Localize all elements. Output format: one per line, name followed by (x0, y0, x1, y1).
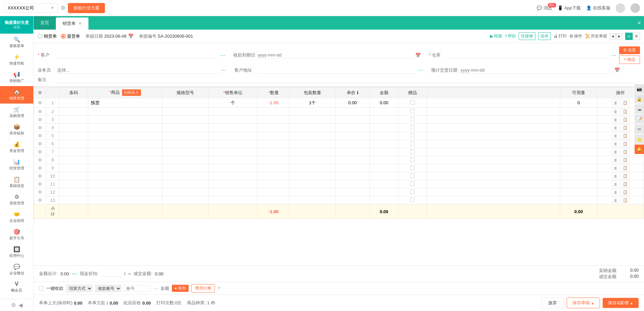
payment-checkbox[interactable] (39, 286, 43, 290)
row-delete-btn[interactable]: 🗑 (612, 173, 619, 179)
warehouse-dots[interactable]: ··· (611, 52, 616, 59)
avatar-arrow[interactable] (631, 3, 640, 13)
row-delete-btn[interactable]: 🗑 (612, 124, 619, 131)
company-selector[interactable]: XXXXXX公司 ▼ (4, 3, 58, 13)
row-copy-btn[interactable]: 📋 (621, 141, 630, 147)
row-delete-btn[interactable]: 🗑 (612, 197, 619, 203)
customer-address-input[interactable] (258, 67, 417, 74)
row-delete-btn[interactable]: 🗑 (612, 108, 619, 115)
rf-lock-btn[interactable]: 🔒 (635, 94, 644, 104)
help-link[interactable]: ? 帮助 (505, 33, 516, 39)
video-link[interactable]: ▶ 视频 (490, 33, 502, 39)
row-gear[interactable]: ⚙ (34, 180, 46, 188)
row-gear[interactable]: ⚙ (34, 132, 46, 140)
radio-sales-order[interactable]: 销货单 (38, 33, 57, 39)
row-gear[interactable]: ⚙ (34, 140, 46, 148)
row1-quantity[interactable]: -1.00 (258, 98, 290, 108)
help-icon[interactable]: ℹ (124, 271, 126, 276)
date-value[interactable]: 2023-06-06 (104, 34, 127, 39)
row-delete-btn[interactable]: 🗑 (612, 165, 619, 171)
row-gear[interactable]: ⚙ (34, 172, 46, 180)
save-new-button[interactable]: 保存&新增 ▲ (603, 298, 639, 308)
row-delete-btn[interactable]: 🗑 (612, 157, 619, 163)
row-copy-btn[interactable]: 📋 (621, 173, 630, 179)
settings-gear-icon[interactable]: ⚙ (61, 5, 65, 11)
row-delete-btn[interactable]: 🗑 (612, 116, 619, 123)
scan-button[interactable]: 扫码录入 (122, 89, 141, 96)
messages-button[interactable]: 💬 消息 99+ (537, 5, 552, 11)
select-link[interactable]: 选单 (538, 32, 551, 40)
avatar[interactable] (616, 3, 625, 13)
sidebar-item-app-center[interactable]: 🔲 应用中心 (0, 243, 33, 261)
row-copy-btn[interactable]: 📋 (621, 181, 630, 187)
warehouse-input[interactable]: 建材仓 (447, 52, 610, 59)
receipt-date-cal-icon[interactable]: 📅 (415, 53, 421, 58)
view-grid-btn[interactable]: ⊞ (633, 33, 640, 40)
account-select[interactable]: 收款账号 (95, 285, 121, 292)
add-button[interactable]: ● 添加 (172, 285, 189, 292)
view-list-btn[interactable]: ≡ (625, 33, 633, 40)
row-gear[interactable]: ⚙ (34, 156, 46, 164)
main-close-icon[interactable]: ✕ (637, 20, 641, 26)
row1-unit[interactable]: 个 (208, 98, 258, 108)
th-gear[interactable]: ⚙ (34, 87, 46, 98)
row-copy-btn[interactable]: 📋 (621, 108, 630, 115)
history-link[interactable]: 📜 历史单据 (585, 33, 607, 39)
sidebar-item-member[interactable]: V 畅会员 (0, 278, 33, 296)
sidebar-item-operations[interactable]: 📊 经营管理 (0, 156, 33, 173)
rf-notification-btn[interactable]: 🔔 (635, 145, 644, 154)
abandon-button[interactable]: 放弃 (541, 298, 564, 308)
online-service-button[interactable]: 👤 在线客服 (586, 5, 610, 11)
next-arrow[interactable]: ▶ (616, 33, 622, 39)
calendar-icon[interactable]: 📅 (128, 34, 134, 39)
address-dots[interactable]: ··· (418, 67, 423, 74)
print-link[interactable]: 🖨 打印 (554, 33, 567, 39)
row-copy-btn[interactable]: 📋 (621, 165, 630, 171)
row-copy-btn[interactable]: 📋 (621, 157, 630, 163)
customer-dots[interactable]: ··· (220, 52, 225, 59)
app-download-button[interactable]: 📱 App下载 (558, 5, 581, 11)
row-gear[interactable]: ⚙ (34, 124, 46, 132)
sidebar-item-quick-nav[interactable]: ⚡ 快捷导航 (0, 51, 33, 69)
expected-delivery-input[interactable] (459, 67, 613, 74)
rf-camera-btn[interactable]: 📷 (635, 84, 644, 93)
sidebar-item-marketing[interactable]: 📢 营销推广 (0, 69, 33, 86)
row1-barcode[interactable] (60, 98, 88, 108)
sidebar-item-wechat[interactable]: 💬 企业微信 (0, 261, 33, 278)
row-delete-btn[interactable]: 🗑 (612, 181, 619, 187)
row-delete-btn[interactable]: 🗑 (612, 189, 619, 195)
rf-star-btn[interactable]: ⭐ (635, 134, 644, 144)
row1-unit-price[interactable]: 0.00 (335, 98, 370, 108)
rf-note-btn[interactable]: 📝 (635, 114, 644, 124)
fee-split-button[interactable]: 费用分摊 (191, 284, 215, 293)
tab-close-icon[interactable]: ✕ (78, 21, 82, 26)
row-gear[interactable]: ⚙ (34, 196, 46, 204)
shortcut-link[interactable]: 快捷键 (519, 32, 535, 40)
logistics-btn[interactable]: + 物流 (619, 55, 640, 64)
row-copy-btn[interactable]: 📋 (621, 116, 630, 123)
save-draft-button[interactable]: 保存草稿 ▲ (567, 298, 600, 308)
row-copy-btn[interactable]: 📋 (621, 149, 630, 155)
row1-gear[interactable]: ⚙ (34, 98, 46, 108)
delivery-cal-icon[interactable]: 📅 (614, 68, 620, 73)
help-total-due[interactable]: ℹ (107, 301, 108, 306)
row1-product[interactable]: 拣货 (88, 98, 162, 108)
operation-link[interactable]: ⚙ 操作 (569, 33, 582, 39)
sidebar-item-finance[interactable]: 💰 资金管理 (0, 139, 33, 156)
customer-input[interactable] (56, 52, 219, 59)
settings-btn[interactable]: ⚙ 设置 (619, 46, 640, 54)
row1-spec[interactable] (162, 98, 209, 108)
row1-delete-btn[interactable]: 🗑 (612, 100, 619, 106)
row-delete-btn[interactable]: 🗑 (612, 141, 619, 147)
collapse-icon[interactable]: ◀ (18, 302, 23, 308)
settings-bottom-icon[interactable]: ⚙ (11, 302, 16, 308)
calc-method-select[interactable]: 结算方式 (66, 285, 92, 292)
row-copy-btn[interactable]: 📋 (621, 132, 630, 139)
sidebar-item-collab[interactable]: 🤝 企业协同 (0, 208, 33, 226)
row-copy-btn[interactable]: 📋 (621, 197, 630, 203)
trial-button[interactable]: 体验行业方案 (68, 3, 105, 13)
sidebar-item-sales[interactable]: 🏠 销售管理 (0, 86, 33, 104)
row1-amount[interactable]: 0.00 (370, 98, 398, 108)
row1-gift[interactable] (398, 98, 427, 108)
rf-cloud-btn[interactable]: ☁ (635, 104, 644, 114)
